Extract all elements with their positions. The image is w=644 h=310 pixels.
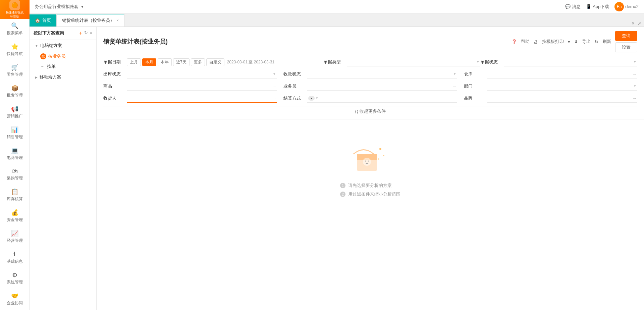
header-breadcrumb: 办公用品行业模拟账套 ▾ [35,4,84,10]
section-pc-label: 电脑端方案 [40,43,62,49]
sidebar-item-10[interactable]: 📈经营管理 [0,226,30,247]
messages-btn[interactable]: 💬 消息 [565,4,581,10]
bill-type-control[interactable]: ▾ [347,58,480,66]
window-maximize-btn[interactable]: ⤢ [637,21,641,26]
app-download-label: App下载 [593,4,609,10]
collapse-panel-icon[interactable]: « [90,30,92,36]
collapse-icon: ⟨⟨ [355,109,358,114]
help-icon: ❓ [512,39,517,44]
date-btn-last-month[interactable]: 上月 [127,58,141,66]
refresh-btn[interactable]: ↻ 刷新 [595,39,611,45]
query-btn[interactable]: 查询 [615,31,637,41]
plan-item-bill[interactable]: ⋯ 按单 [30,61,96,71]
hint-num-1: 1 [340,183,345,188]
collapse-btn[interactable]: ⟨⟨ 收起更多条件 [103,106,637,116]
settle-method-clear[interactable]: × [308,96,314,101]
help-btn[interactable]: ❓ 帮助 [512,39,530,45]
add-plan-btn[interactable]: + [79,30,82,36]
department-control[interactable]: ▾ [487,82,637,91]
date-filter-group: 单据日期 上月 本月 本年 近7天 更多 自定义 2023-03-01 至 20… [103,58,323,66]
goods-more-icon: ··· [272,84,275,88]
plan-salesman-label: 按业务员 [48,53,66,59]
refresh-plan-icon[interactable]: ↻ [84,30,88,36]
sidebar-item-7[interactable]: 🛍采购管理 [0,164,30,185]
brand-label: 品牌 [464,95,487,101]
out-status-control[interactable]: ▾ [127,70,277,79]
salesman-control[interactable]: ··· [307,82,457,91]
date-btn-this-year[interactable]: 本年 [158,58,172,66]
salesman-group: 业务员 ··· [277,82,464,91]
left-panel-actions: + ↻ « [79,30,92,36]
sidebar-item-0[interactable]: 🔍搜索菜单 [0,19,30,40]
print-arrow-icon: ▾ [568,39,570,44]
receipt-status-control[interactable]: ▾ [307,70,457,79]
page-content: 按以下方案查询 + ↻ « ▼ 电脑端方案 按 按业务员 ⋯ 按单 [30,27,644,310]
export-label: 导出 [582,39,591,45]
hint-num-2: 2 [340,192,345,197]
goods-control[interactable]: ··· [127,82,277,91]
sidebar-item-12[interactable]: ⚙系统管理 [0,268,30,289]
sidebar-item-2[interactable]: 🛒零售管理 [0,60,30,81]
sidebar-item-11[interactable]: ℹ基础信息 [0,247,30,268]
out-status-label: 出库状态 [103,71,127,77]
bill-type-label: 单据类型 [323,59,347,65]
date-range-text: 2023-03-01 至 2023-03-31 [227,59,274,65]
sidebar: 🟠 畅捷通好生意 标准版 🔍搜索菜单⭐快捷导航🛒零售管理📦批发管理📢营销推广📊销… [0,0,30,310]
warehouse-control[interactable]: ··· [487,70,637,79]
date-btn-7days[interactable]: 近7天 [173,58,190,66]
print-icon: 🖨 [534,39,538,44]
page-title: 销货单统计表(按业务员) [103,38,168,46]
sidebar-item-13[interactable]: 🤝企业协同 [0,289,30,310]
industry-label: 办公用品行业模拟账套 [35,4,78,10]
tab-home[interactable]: 🏠 首页 [30,14,57,27]
department-label: 部门 [464,83,487,89]
brand-control[interactable]: ··· [487,94,637,103]
sidebar-item-1[interactable]: ⭐快捷导航 [0,40,30,60]
sidebar-item-3[interactable]: 📦批发管理 [0,81,30,102]
left-panel-title: 按以下方案查询 [34,30,64,36]
out-status-arrow: ▾ [273,72,275,76]
tab-active-label: 销货单统计表（按业务员） [62,17,114,23]
setting-btn[interactable]: 设置 [615,42,637,52]
main-area: 办公用品行业模拟账套 ▾ 💬 消息 📱 App下载 Ea demo2 🏠 首页 [30,0,644,310]
date-btn-custom[interactable]: 自定义 [206,58,224,66]
window-close-btn[interactable]: × [632,20,635,27]
home-icon: 🏠 [35,18,40,23]
avatar-initials: Ea [617,4,622,9]
date-quick-btns: 上月 本月 本年 近7天 更多 自定义 [127,58,224,66]
section-mobile[interactable]: ▶ 移动端方案 [30,71,96,83]
receiver-control[interactable]: ··· [127,94,277,103]
hint-item-1: 1 请先选择要分析的方案 [340,183,400,189]
sidebar-item-5[interactable]: 📊销售管理 [0,123,30,144]
tab-close-btn[interactable]: × [116,18,119,23]
export-btn[interactable]: ⬇ 导出 [574,39,591,45]
collapse-label: 收起更多条件 [360,108,386,114]
hint-item-2: 2 用过滤条件来缩小分析范围 [340,191,400,197]
sidebar-item-4[interactable]: 📢营销推广 [0,102,30,123]
template-print-btn[interactable]: 🖨 按模板打印 ▾ [534,39,570,45]
settle-method-control[interactable]: × ▾ [307,94,457,103]
page-title-bar: 销货单统计表(按业务员) ❓ 帮助 🖨 按模板打印 ▾ ⬇ 导出 [97,27,644,55]
date-btn-more[interactable]: 更多 [191,58,205,66]
top-header: 办公用品行业模拟账套 ▾ 💬 消息 📱 App下载 Ea demo2 [30,0,644,13]
bill-status-control[interactable]: ▾ [504,58,637,66]
date-btn-this-month[interactable]: 本月 [142,58,156,66]
message-icon: 💬 [565,4,571,9]
hint-text-1: 请先选择要分析的方案 [348,183,392,189]
section-pc[interactable]: ▼ 电脑端方案 [30,40,96,51]
sidebar-item-9[interactable]: 💰资金管理 [0,206,30,226]
app-download-btn[interactable]: 📱 App下载 [586,4,609,10]
header-actions: 💬 消息 📱 App下载 Ea demo2 [565,2,639,11]
out-status-group: 出库状态 ▾ [103,70,277,79]
left-panel: 按以下方案查询 + ↻ « ▼ 电脑端方案 按 按业务员 ⋯ 按单 [30,27,97,310]
settle-method-label: 结算方式 [283,95,307,101]
receiver-group: 收货人 ··· [103,94,277,103]
sidebar-item-6[interactable]: 💻电商管理 [0,144,30,164]
tab-window-controls: × ⤢ [124,20,644,27]
plan-item-salesman[interactable]: 按 按业务员 [30,51,96,61]
date-label: 单据日期 [103,59,127,65]
app-logo[interactable]: 🟠 畅捷通好生意 标准版 [0,0,30,19]
tab-active[interactable]: 销货单统计表（按业务员） × [57,14,124,27]
user-menu[interactable]: Ea demo2 [614,2,639,11]
sidebar-item-8[interactable]: 📋库存核算 [0,185,30,206]
